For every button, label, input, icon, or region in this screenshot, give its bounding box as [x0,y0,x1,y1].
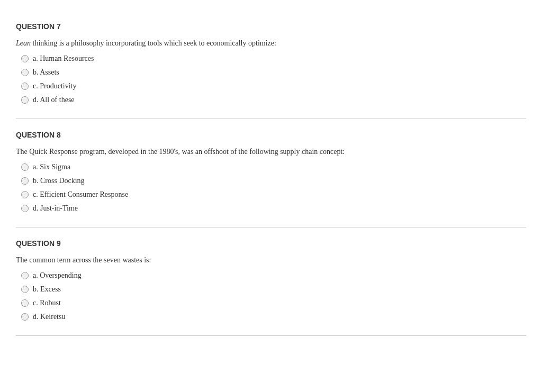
option-8b[interactable]: b. Cross Docking [21,175,526,186]
question-block-9: QUESTION 9 The common term across the se… [16,227,526,336]
radio-7d[interactable] [21,96,29,104]
page-container: QUESTION 7 Lean thinking is a philosophy… [0,0,542,347]
radio-8c[interactable] [21,191,29,198]
option-8c[interactable]: c. Efficient Consumer Response [21,189,526,200]
option-9b[interactable]: b. Excess [21,284,526,295]
radio-7b[interactable] [21,69,29,76]
radio-8a[interactable] [21,163,29,171]
question-block-8: QUESTION 8 The Quick Response program, d… [16,119,526,227]
radio-8b[interactable] [21,177,29,185]
question-text-7: Lean thinking is a philosophy incorporat… [16,38,526,49]
option-label-8c: c. Efficient Consumer Response [33,189,128,200]
question-text-9: The common term across the seven wastes … [16,254,526,266]
option-label-7c: c. Productivity [33,80,76,92]
question-text-8: The Quick Response program, developed in… [16,146,526,157]
option-9a[interactable]: a. Overspending [21,270,526,281]
option-9c[interactable]: c. Robust [21,297,526,308]
option-label-9a: a. Overspending [33,270,82,281]
question-block-7: QUESTION 7 Lean thinking is a philosophy… [16,11,526,119]
option-label-8b: b. Cross Docking [33,175,85,186]
radio-9b[interactable] [21,286,29,293]
option-label-9b: b. Excess [33,284,61,295]
option-label-7d: d. All of these [33,94,75,105]
question-number-9: QUESTION 9 [16,238,526,249]
radio-9c[interactable] [21,299,29,307]
radio-9a[interactable] [21,272,29,279]
option-9d[interactable]: d. Keiretsu [21,311,526,322]
option-label-7a: a. Human Resources [33,53,94,64]
option-8a[interactable]: a. Six Sigma [21,161,526,172]
option-8d[interactable]: d. Just-in-Time [21,203,526,214]
option-7a[interactable]: a. Human Resources [21,53,526,64]
radio-9d[interactable] [21,313,29,321]
option-label-9c: c. Robust [33,297,61,308]
question-number-8: QUESTION 8 [16,130,526,141]
option-7b[interactable]: b. Assets [21,67,526,78]
question-text-rest-7: thinking is a philosophy incorporating t… [31,39,276,47]
option-label-9d: d. Keiretsu [33,311,65,322]
radio-7c[interactable] [21,83,29,90]
option-7d[interactable]: d. All of these [21,94,526,105]
option-label-8a: a. Six Sigma [33,161,70,172]
question-number-7: QUESTION 7 [16,21,526,32]
option-label-7b: b. Assets [33,67,59,78]
radio-7a[interactable] [21,55,29,62]
option-7c[interactable]: c. Productivity [21,80,526,92]
radio-8d[interactable] [21,205,29,212]
option-label-8d: d. Just-in-Time [33,203,78,214]
italic-lean: Lean [16,39,31,47]
